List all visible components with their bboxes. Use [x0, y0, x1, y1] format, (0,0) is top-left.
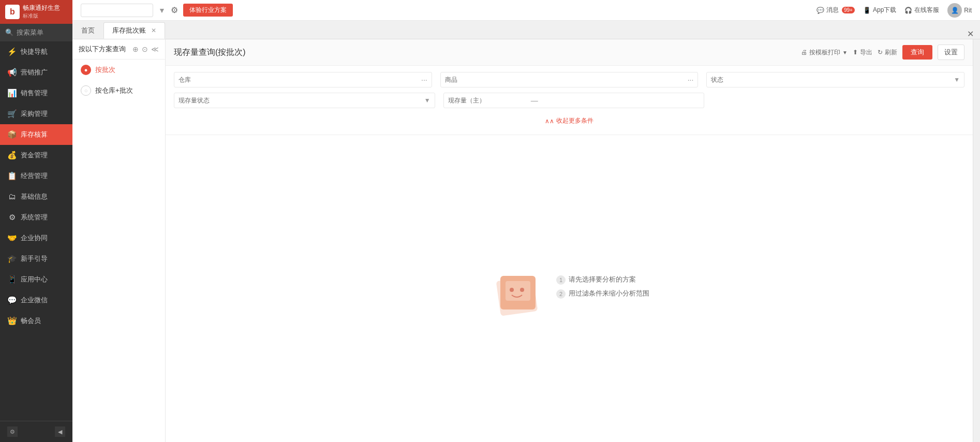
experience-btn[interactable]: 体验行业方案 — [183, 4, 233, 17]
sidebar-item-basic[interactable]: 🗂 基础信息 — [0, 186, 72, 207]
print-icon: 🖨 — [801, 49, 807, 56]
scheme-label: 按批次 — [95, 65, 115, 75]
phone-icon: 📱 — [863, 7, 871, 14]
inventory-qty-dash: — — [531, 96, 538, 105]
sidebar-item-wechat[interactable]: 💬 企业微信 — [0, 290, 72, 311]
sidebar-item-label: 企业协同 — [21, 233, 48, 243]
collapse-panel-btn[interactable]: ≪ — [151, 45, 159, 53]
sidebar-item-newbie[interactable]: 🎓 新手引导 — [0, 248, 72, 269]
sidebar-collapse-icon[interactable]: ◀ — [55, 426, 65, 437]
message-icon: 💬 — [816, 7, 824, 14]
topbar-settings-icon[interactable]: ⚙ — [171, 5, 178, 15]
warehouse-more-icon[interactable]: ··· — [421, 76, 427, 84]
scheme-settings-btn[interactable]: ⊙ — [142, 45, 148, 53]
product-input[interactable] — [462, 76, 688, 83]
sidebar-item-label: 基础信息 — [21, 192, 48, 201]
topbar: ▼ ⚙ 体验行业方案 💬 消息 99+ 📱 App下载 🎧 在线客服 👤 — [72, 0, 980, 21]
sidebar-item-purchase[interactable]: 🛒 采购管理 — [0, 104, 72, 124]
tab-panel-close[interactable]: ✕ — [967, 29, 980, 39]
svg-rect-2 — [506, 281, 530, 301]
sidebar-item-finance[interactable]: 💰 资金管理 — [0, 145, 72, 166]
status-filter[interactable]: 状态 ▼ — [706, 72, 964, 87]
right-scrollbar[interactable] — [973, 39, 980, 442]
sidebar-item-inventory[interactable]: 📦 库存核算 — [0, 124, 72, 145]
collapse-filter-btn[interactable]: ∧∧ 收起更多条件 — [545, 116, 593, 125]
user-profile-btn[interactable]: 👤 Rit — [947, 3, 972, 18]
wechat-icon: 💬 — [7, 296, 17, 305]
scheme-item-by-warehouse-batch[interactable]: ○ 按仓库+批次 — [72, 80, 165, 101]
refresh-label: 刷新 — [885, 48, 897, 57]
query-btn[interactable]: 查询 — [902, 45, 932, 60]
status-dropdown-icon[interactable]: ▼ — [954, 76, 960, 83]
online-service-label: 在线客服 — [914, 6, 939, 14]
sidebar-settings-icon[interactable]: ⚙ — [7, 426, 18, 437]
sidebar-item-label: 新手引导 — [21, 254, 48, 263]
refresh-icon: ↻ — [878, 49, 883, 56]
print-btn[interactable]: 🖨 按模板打印 ▼ — [801, 48, 848, 57]
topbar-search-input[interactable] — [81, 4, 153, 17]
export-btn[interactable]: ⬆ 导出 — [853, 48, 872, 57]
inventory-status-dropdown-icon[interactable]: ▼ — [424, 97, 430, 104]
sidebar-item-operation[interactable]: 📋 经营管理 — [0, 166, 72, 186]
tab-home-label: 首页 — [81, 26, 95, 35]
step-1-label: 请先选择要分析的方案 — [569, 275, 636, 284]
product-more-icon[interactable]: ··· — [688, 76, 694, 84]
sidebar-item-sales[interactable]: 📊 销售管理 — [0, 83, 72, 104]
sidebar-item-label: 系统管理 — [21, 213, 48, 222]
print-dropdown-icon[interactable]: ▼ — [842, 50, 848, 55]
search-icon: 🔍 — [5, 28, 13, 36]
step-num-1: 1 — [556, 275, 566, 285]
empty-svg — [489, 263, 546, 320]
inventory-qty-filter[interactable]: 现存量（主） — — [443, 93, 705, 108]
headset-icon: 🎧 — [904, 7, 912, 14]
sidebar-item-quick-nav[interactable]: ⚡ 快捷导航 — [0, 41, 72, 62]
online-service-btn[interactable]: 🎧 在线客服 — [904, 6, 939, 14]
status-input[interactable] — [727, 76, 952, 83]
sidebar-item-enterprise[interactable]: 🤝 企业协同 — [0, 228, 72, 248]
warehouse-filter[interactable]: 仓库 ··· — [174, 72, 432, 87]
right-panel: 现存量查询(按批次) 🖨 按模板打印 ▼ ⬆ 导出 ↻ 刷新 — [166, 39, 973, 442]
export-label: 导出 — [860, 48, 872, 57]
svg-point-4 — [520, 288, 524, 292]
scheme-item-by-batch[interactable]: ● 按批次 — [72, 60, 165, 80]
tab-close-icon[interactable]: ✕ — [151, 27, 156, 34]
warehouse-input[interactable] — [195, 76, 421, 83]
inventory-qty-to-input[interactable] — [538, 97, 580, 104]
sidebar-item-label: 畅会员 — [21, 316, 41, 326]
export-icon: ⬆ — [853, 49, 858, 56]
sidebar-search[interactable]: 🔍 搜索菜单 — [0, 24, 72, 41]
filter-row-2: 现存量状态 ▼ 现存量（主） — — [174, 93, 964, 108]
filter-area: 仓库 ··· 商品 ··· 状态 ▼ — [166, 66, 973, 135]
status-label: 状态 — [711, 76, 723, 84]
sidebar-item-appstore[interactable]: 📱 应用中心 — [0, 269, 72, 290]
sidebar-item-marketing[interactable]: 📢 营销推广 — [0, 62, 72, 83]
app-download-label: App下载 — [873, 6, 896, 14]
sidebar-nav: ⚡ 快捷导航 📢 营销推广 📊 销售管理 🛒 采购管理 📦 库存核算 💰 资金管… — [0, 41, 72, 421]
add-scheme-btn[interactable]: ⊕ — [132, 45, 139, 53]
inventory-status-input[interactable] — [214, 97, 422, 104]
topbar-dropdown-icon[interactable]: ▼ — [158, 6, 166, 14]
inventory-status-filter[interactable]: 现存量状态 ▼ — [174, 93, 435, 108]
sidebar-header: b 畅康通好生意 标准版 — [0, 0, 72, 24]
refresh-btn[interactable]: ↻ 刷新 — [878, 48, 897, 57]
tab-inventory-batch[interactable]: 库存批次账 ✕ — [103, 22, 165, 39]
sidebar: b 畅康通好生意 标准版 🔍 搜索菜单 ⚡ 快捷导航 📢 营销推广 📊 销售管理… — [0, 0, 72, 442]
sidebar-item-member[interactable]: 👑 畅会员 — [0, 311, 72, 331]
search-label: 搜索菜单 — [17, 28, 43, 37]
sidebar-item-label: 营销推广 — [21, 68, 48, 77]
messages-btn[interactable]: 💬 消息 99+ — [816, 6, 855, 14]
chevron-up-icon: ∧∧ — [545, 117, 554, 125]
app-logo: b — [5, 5, 20, 19]
operation-icon: 📋 — [7, 171, 17, 181]
app-download-btn[interactable]: 📱 App下载 — [863, 6, 896, 14]
product-filter[interactable]: 商品 ··· — [440, 72, 699, 87]
svg-point-3 — [510, 288, 514, 292]
close-icon[interactable]: ✕ — [967, 29, 974, 39]
product-label: 商品 — [445, 76, 457, 84]
settings-btn[interactable]: 设置 — [938, 45, 964, 60]
sidebar-item-system[interactable]: ⚙ 系统管理 — [0, 207, 72, 228]
inventory-qty-from-input[interactable] — [489, 97, 531, 104]
left-panel-title: 按以下方案查询 — [79, 45, 126, 54]
tab-home[interactable]: 首页 — [72, 22, 103, 39]
enterprise-icon: 🤝 — [7, 233, 17, 243]
